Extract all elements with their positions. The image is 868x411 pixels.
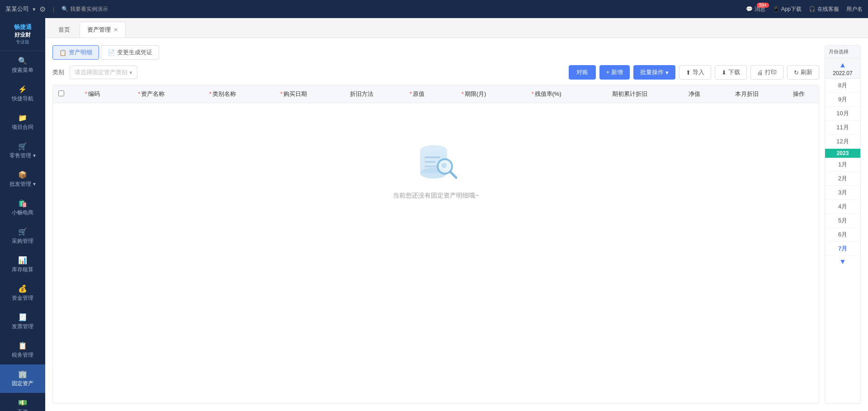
tab-home[interactable]: 首页 <box>51 22 78 38</box>
import-button[interactable]: ⬆ 导入 <box>679 65 711 80</box>
message-icon: 💬 <box>746 6 753 12</box>
batch-button[interactable]: 批量操作 ▾ <box>633 65 675 80</box>
month-item-2023-4月[interactable]: 4月 <box>825 200 860 214</box>
col-net-value: 净值 <box>675 85 714 103</box>
select-all-checkbox[interactable] <box>58 90 64 96</box>
detail-tab-icon: 📋 <box>59 49 66 56</box>
sidebar-item-finance[interactable]: 💰 资金管理 <box>0 279 45 307</box>
app-edition: 专业版 <box>4 39 42 45</box>
online-service-label: 在线客服 <box>817 5 839 13</box>
svg-point-8 <box>441 163 447 168</box>
month-item-2023-2月[interactable]: 2月 <box>825 172 860 186</box>
top-bar-left: 某某公司 ▾ ⚙ | 🔍 我要看实例演示 <box>5 5 108 14</box>
month-up-arrow[interactable]: ▲ <box>825 60 860 70</box>
add-button[interactable]: + 新增 <box>599 65 630 80</box>
tab-home-label: 首页 <box>58 26 70 34</box>
svg-rect-5 <box>425 165 438 167</box>
month-item-2023-5月[interactable]: 5月 <box>825 214 860 228</box>
sidebar: 畅捷通好业财 专业版 🔍 搜索菜单 ⚡ 快捷导航 📁 项目合同 🛒 零售管理 ▾… <box>0 18 45 411</box>
asset-icon: 🏢 <box>18 370 27 378</box>
select-all-cell <box>53 85 69 103</box>
category-select[interactable]: 请选择固定资产类别 ▾ <box>70 66 137 79</box>
tab-close-icon[interactable]: ✕ <box>113 27 118 33</box>
page-content: 📋 资产明细 📄 变更生成凭证 类别 请选择固定资产类别 ▾ <box>45 38 868 411</box>
col-monthly-dep: 本月折旧 <box>714 85 779 103</box>
import-icon: ⬆ <box>686 69 691 76</box>
main-panel: 📋 资产明细 📄 变更生成凭证 类别 请选择固定资产类别 ▾ <box>52 45 819 404</box>
sidebar-label-search: 搜索菜单 <box>12 66 33 74</box>
sidebar-item-purchase[interactable]: 🛒 采购管理 <box>0 222 45 250</box>
empty-state-row: 当前您还没有固定资产明细哦~ <box>53 103 819 236</box>
sidebar-label-asset: 固定资产 <box>12 380 33 387</box>
toolbar-right: 对账 + 新增 批量操作 ▾ ⬆ 导入 ⬇ 下载 <box>569 65 819 80</box>
app-download-btn[interactable]: 📱 App下载 <box>773 5 802 13</box>
sidebar-item-invoice[interactable]: 🧾 发票管理 <box>0 307 45 336</box>
sidebar-item-retail[interactable]: 🛒 零售管理 ▾ <box>0 137 45 165</box>
month-item-2022-8月[interactable]: 8月 <box>825 79 860 93</box>
sidebar-item-ecommerce[interactable]: 🛍️ 小畅电商 <box>0 194 45 222</box>
svg-rect-4 <box>425 161 436 163</box>
sidebar-item-tax[interactable]: 📋 税务管理 <box>0 336 45 364</box>
month-item-2023-7月[interactable]: 7月 <box>825 242 860 256</box>
app-download-label: App下载 <box>781 5 802 13</box>
company-dropdown-icon[interactable]: ▾ <box>33 6 36 13</box>
month-item-2022-12月[interactable]: 12月 <box>825 135 860 149</box>
demo-icon: 🔍 <box>61 6 68 12</box>
sidebar-item-quicknav[interactable]: ⚡ 快捷导航 <box>0 80 45 108</box>
message-btn[interactable]: 💬 消息 99+ <box>746 5 765 13</box>
month-panel-title: 月份选择 <box>829 48 849 55</box>
print-icon: 🖨 <box>757 69 763 76</box>
year-display: 2022.07 <box>833 70 852 76</box>
sidebar-item-salary[interactable]: 💵 工资 <box>0 393 45 411</box>
category-placeholder: 请选择固定资产类别 <box>75 68 127 76</box>
month-item-2022-9月[interactable]: 9月 <box>825 93 860 107</box>
month-panel: 月份选择 ▲ 2022.07 8月9月10月11月12月20231月2月3月4月… <box>825 45 861 404</box>
download-label: 下载 <box>728 68 740 76</box>
month-item-2023-3月[interactable]: 3月 <box>825 186 860 200</box>
month-down-arrow[interactable]: ▼ <box>839 258 846 265</box>
svg-line-7 <box>450 172 456 178</box>
reconcile-button[interactable]: 对账 <box>569 65 596 80</box>
col-operation: 操作 <box>779 85 819 103</box>
settings-icon[interactable]: ⚙ <box>39 5 46 14</box>
month-list: 8月9月10月11月12月20231月2月3月4月5月6月7月▼ <box>825 79 860 403</box>
quicknav-icon: ⚡ <box>18 85 27 94</box>
toolbar: 类别 请选择固定资产类别 ▾ 对账 + 新增 批量操作 ▾ <box>52 65 819 80</box>
online-service-btn[interactable]: 🎧 在线客服 <box>809 5 839 13</box>
sidebar-label-ecommerce: 小畅电商 <box>12 209 33 217</box>
salary-icon: 💵 <box>18 398 27 407</box>
sidebar-item-inventory[interactable]: 📊 库存核算 <box>0 250 45 279</box>
download-icon: ⬇ <box>722 69 726 76</box>
month-item-2022-11月[interactable]: 11月 <box>825 121 860 135</box>
message-badge: 99+ <box>757 3 769 8</box>
sidebar-item-wholesale[interactable]: 📦 批发管理 ▾ <box>0 165 45 194</box>
sub-tab-voucher[interactable]: 📄 变更生成凭证 <box>101 45 159 60</box>
inventory-icon: 📊 <box>18 256 27 265</box>
print-button[interactable]: 🖨 打印 <box>750 65 783 80</box>
retail-icon: 🛒 <box>18 142 27 151</box>
top-bar-right: 💬 消息 99+ 📱 App下载 🎧 在线客服 用户名 <box>746 5 863 13</box>
sidebar-label-inventory: 库存核算 <box>12 266 33 274</box>
month-item-2022-10月[interactable]: 10月 <box>825 107 860 121</box>
app-logo-text: 畅捷通好业财 <box>4 24 42 39</box>
refresh-button[interactable]: ↻ 刷新 <box>787 65 819 80</box>
col-original-value: *原值 <box>394 85 440 103</box>
month-item-2023-1月[interactable]: 1月 <box>825 158 860 172</box>
sidebar-item-project[interactable]: 📁 项目合同 <box>0 108 45 137</box>
download-button[interactable]: ⬇ 下载 <box>715 65 747 80</box>
sidebar-label-retail: 零售管理 ▾ <box>9 152 35 160</box>
sidebar-item-asset[interactable]: 🏢 固定资产 <box>0 364 45 393</box>
tab-asset[interactable]: 资产管理 ✕ <box>80 22 126 38</box>
batch-arrow-icon: ▾ <box>665 69 669 76</box>
sidebar-item-search[interactable]: 🔍 搜索菜单 <box>0 51 45 80</box>
voucher-tab-icon: 📄 <box>108 49 115 56</box>
sub-tab-detail[interactable]: 📋 资产明细 <box>52 45 99 60</box>
sidebar-label-purchase: 采购管理 <box>12 237 33 245</box>
content-area: 首页 资产管理 ✕ 📋 资产明细 📄 变更生成凭证 <box>45 18 868 411</box>
demo-link[interactable]: 🔍 我要看实例演示 <box>61 5 108 13</box>
voucher-tab-label: 变更生成凭证 <box>117 48 152 57</box>
tax-icon: 📋 <box>18 341 27 350</box>
col-residual-rate: *残值率(%) <box>507 85 585 103</box>
month-item-2023-6月[interactable]: 6月 <box>825 228 860 242</box>
month-panel-header: 月份选择 <box>825 46 860 58</box>
